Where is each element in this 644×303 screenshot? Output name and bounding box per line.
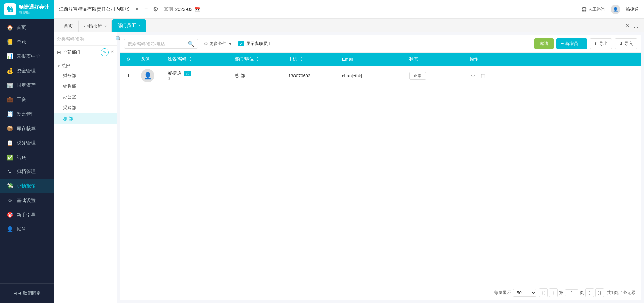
tab-close-all-button[interactable]: ✕ (625, 22, 629, 29)
sidebar-item-checkout[interactable]: ✅ 结账 (0, 150, 54, 165)
col-actions: 操作 (466, 53, 641, 66)
filter-chevron-icon: ▼ (228, 41, 232, 46)
sidebar-item-invoice[interactable]: 🧾 发票管理 (0, 107, 54, 121)
service-button[interactable]: 🎧 人工咨询 (581, 6, 605, 12)
employee-search-icon[interactable]: 🔍 (187, 41, 194, 47)
sidebar-item-home[interactable]: 🏠 首页 (0, 20, 54, 35)
per-page-select[interactable]: 10 20 50 100 (513, 289, 536, 297)
col-dept-position[interactable]: 部门/职位 ▲ ▼ (231, 53, 284, 66)
col-name-code[interactable]: 姓名/编码 ▲ ▼ (164, 53, 231, 66)
sidebar-item-salary[interactable]: 💼 工资 (0, 92, 54, 107)
import-button[interactable]: ⬇ 导入 (615, 38, 637, 49)
sidebar-item-account[interactable]: 👤 帐号 (0, 222, 54, 236)
username-label: 畅捷通 (626, 6, 639, 12)
tabs-bar: 首页 小畅报销 × 部门员工 × ✕ ⛶ (54, 19, 644, 32)
company-name: 江西服宝精品有限责任公司内账张 (59, 6, 129, 12)
home-icon: 🏠 (7, 24, 13, 31)
topbar-settings-button[interactable]: ⚙ (153, 6, 158, 13)
sidebar-item-label: 帐号 (17, 226, 26, 232)
left-panel: 🔍 ⊞ 全部部门 ✎ « ▼ 总部 财务部 销售部 办公室 (54, 32, 117, 303)
sidebar-item-reports[interactable]: 📊 云报表中心 (0, 49, 54, 63)
employee-search-box: 🔍 (124, 39, 198, 49)
topbar-add-button[interactable]: + (144, 6, 148, 13)
company-dropdown-icon[interactable]: ▼ (135, 7, 139, 12)
sidebar-item-funds[interactable]: 💰 资金管理 (0, 63, 54, 78)
sidebar-item-guide[interactable]: 🎯 新手引导 (0, 208, 54, 222)
assets-icon: 🏢 (7, 82, 13, 88)
page-input-area: 第 页 (559, 289, 584, 296)
page-unit: 页 (580, 290, 584, 296)
tab-dept-emp-label: 部门员工 (117, 23, 136, 29)
table-header-row: ⚙ 头像 姓名/编码 ▲ ▼ 部门/职位 (120, 53, 641, 66)
sidebar-item-archive[interactable]: 🗂 归档管理 (0, 165, 54, 179)
dept-group-zongbu[interactable]: ▼ 总部 (54, 61, 117, 70)
col-settings[interactable]: ⚙ (120, 53, 137, 66)
pagination-bar: 每页显示 10 20 50 100 ⟨⟨ ⟨ 第 页 (120, 285, 641, 300)
sidebar-item-label: 云报表中心 (17, 53, 40, 59)
sidebar-item-xiaochang[interactable]: 💸 小畅报销 (0, 179, 54, 193)
first-page-button[interactable]: ⟨⟨ (539, 288, 548, 297)
filter-button[interactable]: ⚙ 更多条件 ▼ (201, 39, 235, 48)
dept-search-input[interactable] (57, 36, 113, 41)
show-resigned-toggle[interactable]: ✓ 显示离职员工 (238, 41, 272, 47)
employee-avatar: 👤 (141, 69, 154, 82)
sidebar-item-label: 税务管理 (17, 140, 36, 146)
dept-item-sales[interactable]: 销售部 (54, 81, 117, 92)
sidebar-item-label: 库存核算 (17, 126, 36, 132)
logo-text-area: 畅捷通好会计 旗舰版 (19, 4, 49, 15)
sidebar-item-label: 资金管理 (17, 68, 36, 74)
sidebar-item-label: 小畅报销 (17, 183, 36, 189)
tab-xiaochang-close[interactable]: × (104, 24, 107, 29)
sidebar-nav: 🏠 首页 📒 总账 📊 云报表中心 💰 资金管理 🏢 固定资产 💼 工资 🧾 发… (0, 19, 54, 283)
tab-dept-emp[interactable]: 部门员工 × (112, 19, 146, 32)
resigned-checkbox[interactable]: ✓ (238, 41, 244, 46)
employee-search-input[interactable] (128, 41, 185, 46)
dept-collapse-button[interactable]: « (111, 48, 114, 56)
tab-home[interactable]: 首页 (59, 20, 78, 32)
topbar-right: 🎧 人工咨询 👤 畅捷通 (581, 5, 639, 14)
invite-button[interactable]: 邀请 (534, 38, 554, 49)
next-page-button[interactable]: ⟩ (585, 288, 594, 297)
col-avatar: 头像 (137, 53, 164, 66)
prev-page-button[interactable]: ⟨ (549, 288, 558, 297)
per-page-label: 每页显示 (494, 290, 512, 296)
last-page-button[interactable]: ⟩⟩ (595, 288, 604, 297)
headset-icon: 🎧 (581, 7, 587, 12)
edit-employee-button[interactable]: ✏ (470, 71, 477, 80)
name-sort-arrows: ▲ ▼ (189, 56, 192, 62)
topbar: 江西服宝精品有限责任公司内账张 ▼ + ⚙ 账期 2023-03 📅 🎧 人工咨… (54, 0, 644, 19)
dept-header: ⊞ 全部部门 ✎ « (54, 46, 117, 59)
calendar-icon[interactable]: 📅 (195, 7, 200, 12)
dept-sort-arrows: ▲ ▼ (256, 56, 259, 62)
dept-add-button[interactable]: ✎ (101, 48, 109, 56)
sidebar-item-settings[interactable]: ⚙ 基础设置 (0, 193, 54, 208)
export-button[interactable]: ⬆ 导出 (590, 38, 612, 49)
sidebar-item-ledger[interactable]: 📒 总账 (0, 35, 54, 49)
dept-item-general[interactable]: 总 部 (54, 113, 117, 124)
col-status: 状态 (405, 53, 466, 66)
sidebar-item-inventory[interactable]: 📦 库存核算 (0, 121, 54, 136)
logout-employee-button[interactable]: ⬚ (479, 71, 487, 80)
dept-item-office[interactable]: 办公室 (54, 92, 117, 102)
toolbar-right: 邀请 + 新增员工 ⬆ 导出 ⬇ 导入 (534, 38, 637, 49)
sidebar-item-assets[interactable]: 🏢 固定资产 (0, 78, 54, 92)
export-label: 导出 (599, 41, 608, 47)
tab-xiaochang[interactable]: 小畅报销 × (78, 20, 112, 32)
sidebar-item-tax[interactable]: 📋 税务管理 (0, 136, 54, 150)
cancel-fix-button[interactable]: ◄◄ 取消固定 (0, 287, 54, 300)
employee-name: 畅捷通 (168, 70, 182, 76)
add-employee-button[interactable]: + 新增员工 (556, 38, 587, 49)
topbar-period: 账期 2023-03 📅 (164, 6, 200, 12)
employee-toolbar: 🔍 ⚙ 更多条件 ▼ ✓ 显示离职员工 邀请 + 新增员工 ⬆ 导出 (120, 35, 641, 53)
dept-item-finance[interactable]: 财务部 (54, 70, 117, 81)
tab-maximize-button[interactable]: ⛶ (633, 22, 639, 29)
sidebar-item-label: 归档管理 (17, 169, 36, 175)
page-number-input[interactable] (565, 289, 578, 296)
dept-item-purchase[interactable]: 采购部 (54, 102, 117, 113)
sidebar-item-label: 新手引导 (17, 212, 36, 218)
col-phone[interactable]: 手机 ▲ ▼ (284, 53, 338, 66)
col-email: Email (338, 53, 405, 66)
dept-search-bar: 🔍 (54, 32, 117, 46)
account-icon: 👤 (7, 226, 13, 232)
tab-dept-emp-close[interactable]: × (138, 23, 141, 28)
